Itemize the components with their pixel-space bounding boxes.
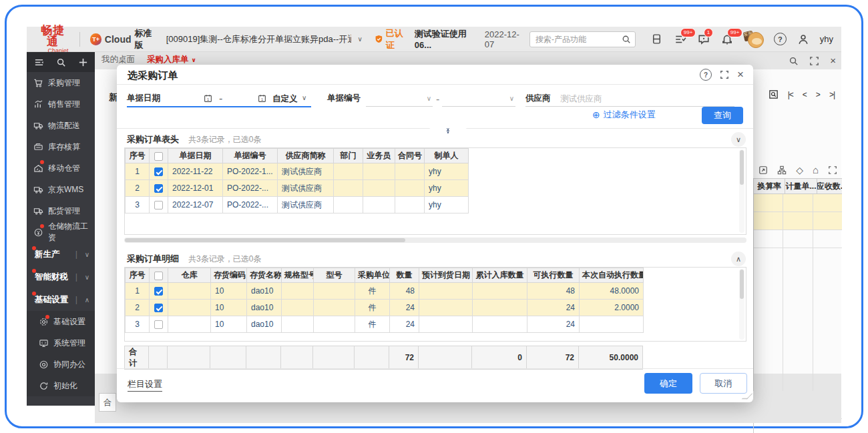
account-name[interactable]: [009019]集测--仓库标准分开单据立账异pda--开通友空... <box>166 33 351 45</box>
filter-doc-date[interactable]: 单据日期 1 - 1 自定义 ∨ <box>127 91 311 107</box>
row-select-cell[interactable] <box>150 283 168 300</box>
calendar-icon[interactable]: 1 <box>204 94 212 103</box>
device-icon[interactable] <box>650 33 664 46</box>
sidebar-item-warehouse-payroll[interactable]: 仓储物流工资 <box>27 222 95 243</box>
close-icon[interactable]: × <box>830 56 836 66</box>
export-icon[interactable] <box>758 165 768 175</box>
sidebar-item-inventory[interactable]: 库存核算 <box>27 136 95 157</box>
column-settings-link[interactable]: 栏目设置 <box>128 378 162 392</box>
calendar-icon[interactable]: 1 <box>258 94 266 103</box>
fullscreen-icon[interactable] <box>828 165 837 175</box>
fullscreen-icon[interactable] <box>809 56 819 66</box>
table-row[interactable]: 22022-12-01PO-2022-...测试供应商yhy <box>126 180 469 197</box>
po-header-table-container: 序号单据日期单据编号供应商简称部门业务员合同号制单人12022-11-22PO-… <box>124 147 746 235</box>
add-icon[interactable] <box>77 57 88 67</box>
username[interactable]: yhy <box>820 34 833 44</box>
table-row[interactable]: 110dao10件484848.0000 <box>126 283 644 300</box>
chevron-down-icon[interactable]: ∨ <box>85 251 89 258</box>
sidebar-search-icon[interactable] <box>55 57 66 67</box>
sidebar-group-production[interactable]: 新生产 | ∨ <box>27 243 95 266</box>
tag-icon[interactable]: ◇ <box>796 165 803 175</box>
svg-text:1: 1 <box>207 97 209 101</box>
row-select-cell[interactable] <box>150 316 168 333</box>
row-checkbox[interactable] <box>154 287 163 296</box>
chevron-down-icon[interactable]: ∨ <box>427 95 431 102</box>
help-icon[interactable]: ? <box>774 33 787 45</box>
sidebar-item-allocation[interactable]: 配货管理 <box>27 200 95 222</box>
row-checkbox[interactable] <box>154 184 163 193</box>
dialog-help-icon[interactable]: ? <box>700 69 712 81</box>
select-all-checkbox[interactable] <box>154 152 163 161</box>
collapse-menu-icon[interactable] <box>33 57 44 67</box>
date-preset-select[interactable]: 自定义 <box>272 93 298 105</box>
sidebar-group-basic-settings[interactable]: 基础设置 | ∧ <box>27 288 95 311</box>
search-icon[interactable] <box>789 56 799 66</box>
supplier-value[interactable]: 测试供应商 <box>560 93 602 105</box>
row-checkbox[interactable] <box>154 167 163 176</box>
select-all-checkbox[interactable] <box>154 272 163 280</box>
message-icon[interactable]: 1 <box>697 33 710 46</box>
preview-icon[interactable] <box>769 89 779 99</box>
ok-button[interactable]: 确定 <box>644 373 692 394</box>
sidebar-item-logistics[interactable]: 物流配送 <box>27 115 95 136</box>
sidebar-item-mobile-warehouse[interactable]: 移动仓管 <box>27 157 95 179</box>
vertical-scrollbar[interactable] <box>739 149 744 233</box>
table-row[interactable]: 310dao10件2424 <box>126 316 644 333</box>
cell: yhy <box>425 197 469 213</box>
filter-settings-link[interactable]: ⊕ 过滤条件设置 <box>592 109 656 121</box>
user-icon[interactable] <box>797 33 810 46</box>
next-page-icon[interactable]: > <box>816 90 820 99</box>
select-all-cell[interactable] <box>150 149 168 163</box>
dialog-fullscreen-icon[interactable] <box>720 70 729 79</box>
workspace-top-icons: × <box>789 56 836 66</box>
row-checkbox[interactable] <box>154 201 163 209</box>
sidebar-item-basic-setup[interactable]: 基础设置 <box>27 311 95 332</box>
row-checkbox[interactable] <box>154 304 163 312</box>
cancel-button[interactable]: 取消 <box>700 373 747 394</box>
horizontal-scrollbar[interactable] <box>124 238 746 243</box>
row-select-cell[interactable] <box>150 163 168 180</box>
sidebar-item-system-admin[interactable]: 系统管理 <box>27 332 95 354</box>
chevron-down-icon[interactable]: ∨ <box>85 274 89 281</box>
flowchart-icon[interactable] <box>777 165 787 175</box>
search-icon[interactable] <box>622 35 631 44</box>
table-row[interactable]: 32022-12-07PO-2022-...测试供应商yhy <box>126 197 469 213</box>
chevron-down-icon[interactable]: ∨ <box>192 57 196 63</box>
bell-icon[interactable]: 99+ <box>720 33 734 46</box>
sidebar-item-collaboration[interactable]: 协同办公 <box>27 354 95 375</box>
search-input[interactable] <box>534 34 619 45</box>
collapse-filters-handle[interactable]: ∨∨ <box>429 128 467 137</box>
chevron-down-icon[interactable]: ∨ <box>302 94 306 101</box>
select-all-cell[interactable] <box>150 268 168 283</box>
vertical-scrollbar[interactable] <box>739 269 744 340</box>
dialog-close-icon[interactable]: × <box>737 69 744 80</box>
row-checkbox[interactable] <box>154 320 163 329</box>
account-caret-icon[interactable]: ∨ <box>358 35 363 43</box>
checklist-icon[interactable]: 99+ <box>674 33 687 46</box>
product-search[interactable] <box>529 31 636 47</box>
collapse-section-icon[interactable]: ∨ <box>731 132 746 147</box>
sidebar-item-jd-wms[interactable]: 京东WMS <box>27 179 95 200</box>
first-page-icon[interactable]: |< <box>788 90 793 99</box>
row-select-cell[interactable] <box>150 197 168 213</box>
doc-number-value-select[interactable]: ∨ <box>442 91 515 107</box>
query-button[interactable]: 查询 <box>702 107 743 124</box>
chevron-up-icon[interactable]: ∧ <box>85 296 89 304</box>
chevron-down-icon[interactable]: ∨ <box>509 95 514 102</box>
table-row[interactable]: 12022-11-22PO-2022-1...测试供应商yhy <box>126 163 469 180</box>
row-select-cell[interactable] <box>150 180 168 197</box>
sidebar-group-finance-tax[interactable]: 智能财税 | ∨ <box>27 266 95 288</box>
table-row[interactable]: 210dao10件24242.0000 <box>126 300 644 316</box>
sidebar-item-initialization[interactable]: 初始化 <box>27 375 95 396</box>
sidebar-item-purchase[interactable]: 采购管理 <box>27 72 95 93</box>
last-page-icon[interactable]: >| <box>829 90 835 99</box>
mascot-icon[interactable]: 客服 <box>744 31 764 47</box>
sidebar-item-sales[interactable]: 销售管理 <box>27 93 95 115</box>
home-icon[interactable]: ⌂ <box>813 164 819 175</box>
doc-number-operator-select[interactable]: ∨ <box>366 91 433 107</box>
collapse-section-icon[interactable]: ∧ <box>731 252 746 266</box>
row-select-cell[interactable] <box>150 300 168 316</box>
prev-page-icon[interactable]: < <box>803 90 807 99</box>
filter-supplier[interactable]: 供应商 测试供应商 <box>525 91 734 107</box>
resize-handle[interactable] <box>742 394 753 399</box>
